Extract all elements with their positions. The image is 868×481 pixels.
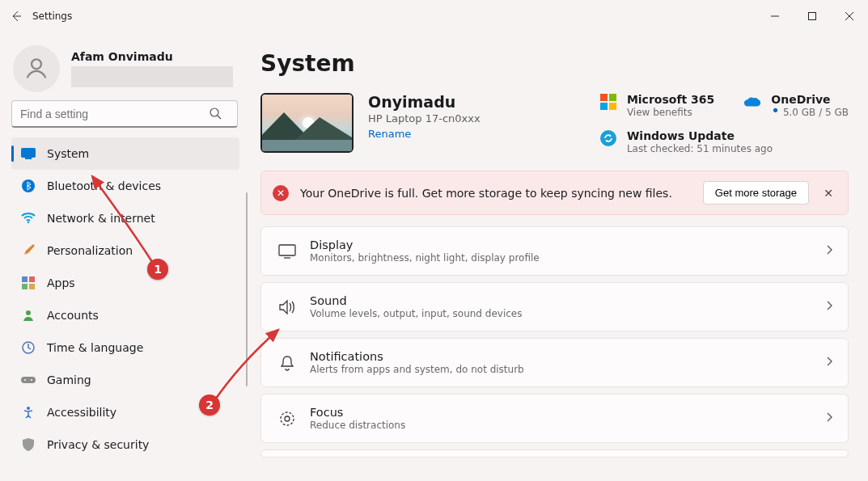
bell-icon: [276, 355, 299, 371]
row-sub: Volume levels, output, input, sound devi…: [310, 308, 522, 319]
accounts-icon: [21, 308, 36, 323]
nav-item-system[interactable]: System: [11, 137, 239, 170]
row-title: Sound: [310, 294, 522, 307]
nav-label: Apps: [47, 276, 75, 289]
profile-block[interactable]: Afam Onvimadu: [13, 45, 239, 92]
svg-line-6: [218, 116, 221, 119]
profile-name: Afam Onvimadu: [71, 50, 233, 63]
row-focus[interactable]: Focus Reduce distractions: [260, 394, 849, 443]
back-button[interactable]: [0, 10, 32, 23]
display-icon: [276, 244, 299, 259]
svg-point-18: [24, 379, 26, 381]
chevron-right-icon: [825, 411, 833, 426]
minimize-icon: [771, 12, 779, 20]
window-title: Settings: [32, 11, 72, 22]
alert-message: Your OneDrive is full. Get more storage …: [300, 187, 692, 200]
onedrive-icon: [743, 93, 761, 111]
chevron-right-icon: [825, 243, 833, 259]
card-microsoft-365[interactable]: Microsoft 365 View benefits: [599, 93, 714, 118]
svg-rect-11: [22, 276, 28, 282]
sound-icon: [276, 299, 299, 315]
card-windows-update[interactable]: Windows Update Last checked: 51 minutes …: [599, 129, 849, 154]
nav-label: Network & internet: [47, 212, 155, 225]
alert-error-icon: ✕: [273, 185, 289, 201]
card-title: Windows Update: [627, 129, 773, 142]
apps-icon: [21, 276, 36, 290]
profile-text: Afam Onvimadu: [71, 50, 233, 87]
row-notifications[interactable]: Notifications Alerts from apps and syste…: [260, 338, 849, 387]
sidebar-scrollbar[interactable]: [246, 192, 248, 386]
close-icon: [845, 12, 853, 20]
search-icon: [209, 107, 222, 123]
card-title: OneDrive: [771, 93, 849, 106]
svg-rect-14: [29, 284, 35, 289]
annotation-badge-2: 2: [199, 395, 220, 416]
nav-label: Time & language: [47, 341, 143, 354]
nav-label: Personalization: [47, 244, 133, 257]
nav-label: Accessibility: [47, 406, 116, 419]
system-top-row: Onyimadu HP Laptop 17-cn0xxx Rename Micr…: [260, 93, 849, 154]
nav-item-gaming[interactable]: Gaming: [11, 364, 239, 396]
nav-item-network[interactable]: Network & internet: [11, 202, 239, 234]
nav-item-personalization[interactable]: Personalization: [11, 234, 239, 267]
person-icon: [23, 55, 50, 82]
nav-item-apps[interactable]: Apps: [11, 267, 239, 299]
microsoft-365-icon: [599, 93, 617, 111]
minimize-button[interactable]: [756, 0, 794, 32]
avatar: [13, 45, 60, 92]
brush-icon: [21, 243, 36, 258]
svg-rect-26: [279, 245, 295, 255]
rename-link[interactable]: Rename: [368, 128, 411, 140]
back-arrow-icon: [10, 10, 23, 23]
nav-item-bluetooth[interactable]: Bluetooth & devices: [11, 170, 239, 202]
svg-point-15: [26, 310, 31, 315]
nav-label: Gaming: [47, 373, 91, 386]
device-name: Onyimadu: [368, 93, 481, 111]
svg-point-10: [28, 222, 29, 223]
svg-rect-13: [22, 284, 28, 289]
chevron-right-icon: [825, 299, 833, 314]
annotation-badge-1: 1: [147, 259, 168, 280]
nav-item-time-language[interactable]: Time & language: [11, 331, 239, 364]
search-input[interactable]: [11, 100, 238, 128]
svg-rect-24: [609, 103, 616, 110]
row-sub: Alerts from apps and system, do not dist…: [310, 364, 524, 375]
search-box[interactable]: [11, 100, 239, 128]
svg-rect-23: [600, 103, 608, 110]
card-title: Microsoft 365: [627, 93, 714, 106]
nav-label: Privacy & security: [47, 438, 149, 451]
profile-email-redacted: [71, 66, 233, 87]
nav-label: Accounts: [47, 309, 99, 322]
device-model: HP Laptop 17-cn0xxx: [368, 112, 481, 124]
gamepad-icon: [21, 373, 36, 387]
row-sound[interactable]: Sound Volume levels, output, input, soun…: [260, 282, 849, 331]
card-onedrive[interactable]: OneDrive •5.0 GB / 5 GB: [743, 93, 849, 118]
row-title: Focus: [310, 406, 405, 419]
nav-item-privacy[interactable]: Privacy & security: [11, 428, 239, 461]
card-sub: •5.0 GB / 5 GB: [771, 107, 849, 118]
nav-item-accounts[interactable]: Accounts: [11, 299, 239, 331]
maximize-button[interactable]: [794, 0, 831, 32]
row-title: Notifications: [310, 350, 524, 363]
window-controls: [756, 0, 868, 32]
svg-rect-1: [809, 13, 816, 20]
titlebar: Settings: [0, 0, 868, 32]
device-thumbnail[interactable]: [260, 93, 354, 153]
row-display[interactable]: Display Monitors, brightness, night ligh…: [260, 226, 849, 276]
alert-close-button[interactable]: ✕: [820, 187, 836, 200]
close-button[interactable]: [831, 0, 868, 32]
svg-point-5: [210, 108, 218, 116]
focus-icon: [276, 411, 299, 427]
wifi-icon: [21, 211, 36, 226]
get-more-storage-button[interactable]: Get more storage: [703, 181, 809, 205]
row-partial[interactable]: [260, 449, 849, 458]
svg-point-25: [600, 130, 616, 146]
svg-point-19: [31, 379, 32, 381]
svg-rect-7: [22, 149, 36, 158]
row-sub: Monitors, brightness, night light, displ…: [310, 252, 540, 264]
svg-point-29: [285, 416, 290, 421]
svg-rect-8: [25, 158, 32, 159]
main-content: System Onyimadu HP Laptop 17-cn0xxx Rena…: [251, 32, 868, 481]
bluetooth-icon: [21, 179, 36, 193]
row-title: Display: [310, 238, 540, 251]
